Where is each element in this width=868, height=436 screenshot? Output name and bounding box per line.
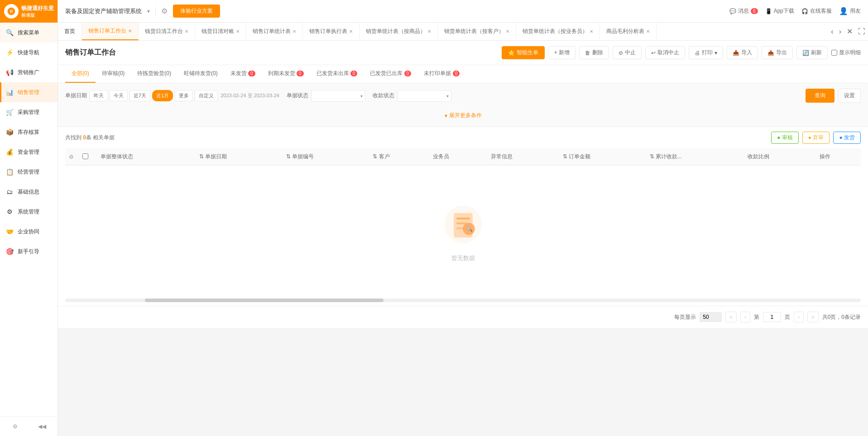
export-btn[interactable]: 📤 导出 — [762, 46, 793, 59]
sidebar-item-operation[interactable]: 📋 经营管理 — [0, 162, 58, 182]
logo-text: 畅捷通好生意 标准版 — [21, 5, 54, 19]
filter-settings-btn[interactable]: 设置 — [838, 89, 861, 103]
tab-cash-reconcile[interactable]: 钱货日清对账 ✕ — [195, 23, 246, 40]
sub-tab-pending-review[interactable]: 待审核(0) — [96, 65, 131, 83]
sidebar-item-purchase[interactable]: 🛒 采购管理 — [0, 102, 58, 122]
filter-status-select[interactable] — [311, 90, 365, 102]
smart-generate-btn[interactable]: ⭐ 智能生单 — [502, 46, 545, 59]
app-download-btn[interactable]: 📱 App下载 — [765, 7, 794, 15]
tab-close-goods-stat-product[interactable]: ✕ — [427, 29, 431, 34]
sidebar-item-marketing[interactable]: 📢 营销推广 — [0, 62, 58, 82]
show-detail-checkbox[interactable]: 显示明细 — [831, 49, 861, 57]
col-number-sort-icon[interactable]: ⇅ — [286, 153, 291, 160]
refresh-btn[interactable]: 🔄 刷新 — [796, 46, 828, 59]
sub-tab-pending-check[interactable]: 待拣货验货(0) — [131, 65, 177, 83]
stop-btn[interactable]: ⊘ 中止 — [613, 46, 642, 59]
col-collected-sort-icon[interactable]: ⇅ — [650, 153, 654, 160]
sidebar-item-guide[interactable]: 🎯 新手引导 — [0, 242, 58, 261]
trial-btn[interactable]: 体验行业方案 — [173, 5, 220, 18]
sub-tab-overdue-ship[interactable]: 到期未发货 0 — [262, 65, 310, 83]
tab-goods-stat-customer[interactable]: 销货单统计表（按客户） ✕ — [438, 23, 516, 40]
next-page-btn[interactable]: › — [794, 312, 804, 322]
tab-goods-margin[interactable]: 商品毛利分析表 ✕ — [600, 23, 657, 40]
user-btn[interactable]: 👤 用友 — [839, 7, 861, 15]
tabs-close-all-btn[interactable]: ✕ — [844, 24, 855, 39]
sub-tab-all[interactable]: 全部(0) — [65, 65, 96, 83]
settings-bottom-btn[interactable]: ⚙ — [4, 421, 27, 432]
tab-close-cash-daily[interactable]: ✕ — [185, 29, 188, 34]
filter-today-btn[interactable]: 今天 — [110, 90, 128, 101]
col-date-sort-icon[interactable]: ⇅ — [199, 153, 204, 160]
delete-btn[interactable]: 🗑 删除 — [579, 46, 609, 59]
sidebar-item-inventory[interactable]: 📦 库存核算 — [0, 122, 58, 142]
tab-close-sales-order[interactable]: ✕ — [128, 28, 132, 33]
sub-tab-not-shipped[interactable]: 未发货 0 — [224, 65, 262, 83]
tab-goods-stat-staff[interactable]: 销货单统计表（按业务员） ✕ — [516, 23, 600, 40]
tabs-next-btn[interactable]: › — [836, 24, 844, 39]
bulk-ship-btn[interactable]: ● 发货 — [833, 132, 861, 144]
main-area: 装备及固定资产辅助管理系统 ▾ ⚙ 体验行业方案 💬 消息 6 📱 App下载 … — [58, 0, 868, 436]
col-amount-sort-icon[interactable]: ⇅ — [563, 153, 567, 160]
settings-col-icon[interactable]: ⚙ — [69, 154, 74, 160]
tab-sales-stat[interactable]: 销售订单统计表 ✕ — [246, 23, 303, 40]
topbar-dropdown-icon[interactable]: ▾ — [147, 8, 150, 14]
svg-rect-4 — [456, 227, 464, 229]
horizontal-scrollbar[interactable] — [65, 299, 861, 302]
add-btn[interactable]: + 新增 — [548, 46, 575, 59]
filter-1month-btn[interactable]: 近1月 — [152, 90, 173, 101]
sidebar-item-system[interactable]: ⚙ 系统管理 — [0, 202, 58, 222]
collapse-btn[interactable]: ◀◀ — [31, 421, 54, 432]
sidebar-item-finance[interactable]: 💰 资金管理 — [0, 142, 58, 162]
scroll-thumb[interactable] — [145, 299, 384, 302]
tab-close-goods-margin[interactable]: ✕ — [646, 29, 650, 34]
tabs-prev-btn[interactable]: ‹ — [828, 24, 836, 39]
tab-label-cash-reconcile: 钱货日清对账 — [201, 28, 234, 35]
tab-close-sales-stat[interactable]: ✕ — [293, 29, 296, 34]
filter-yesterday-btn[interactable]: 昨天 — [90, 90, 108, 101]
expand-filter-btn[interactable]: ▾ 展开更多条件 — [65, 110, 861, 121]
tab-cash-daily[interactable]: 钱货日清工作台 ✕ — [139, 23, 195, 40]
filter-7days-btn[interactable]: 近7天 — [129, 90, 150, 101]
prev-page-btn[interactable]: ‹ — [740, 312, 750, 322]
sub-tab-wangpu-ship[interactable]: 旺铺待发货(0) — [177, 65, 224, 83]
tab-home[interactable]: 首页 — [58, 23, 82, 40]
col-customer-sort-icon[interactable]: ⇅ — [373, 153, 377, 160]
tabs-fullscreen-btn[interactable]: ⛶ — [855, 24, 868, 39]
sidebar-nav: 🔍 搜索菜单 ⚡ 快捷导航 📢 营销推广 📊 销售管理 🛒 采购管理 📦 库存核… — [0, 23, 58, 417]
sidebar-item-search[interactable]: 🔍 搜索菜单 — [0, 23, 58, 43]
sidebar-item-sales[interactable]: 📊 销售管理 — [0, 82, 58, 102]
filter-payment-select[interactable] — [397, 90, 451, 102]
tab-goods-stat-product[interactable]: 销货单统计表（按商品） ✕ — [360, 23, 438, 40]
bulk-cancel-review-btn[interactable]: ● 弃审 — [802, 132, 830, 144]
print-btn[interactable]: 🖨 打印 ▾ — [689, 46, 723, 59]
tab-close-goods-stat-staff[interactable]: ✕ — [590, 29, 593, 34]
filter-custom-btn[interactable]: 自定义 — [195, 90, 218, 101]
sub-tab-shipped-out[interactable]: 已发货已出库 0 — [364, 65, 417, 83]
last-page-btn[interactable]: » — [807, 312, 819, 322]
import-btn[interactable]: 📥 导入 — [727, 46, 758, 59]
cancel-stop-btn[interactable]: ↩ 取消中止 — [645, 46, 685, 59]
page-number-input[interactable] — [763, 312, 781, 322]
query-btn[interactable]: 查询 — [806, 89, 834, 103]
message-btn[interactable]: 💬 消息 6 — [729, 7, 758, 15]
folder-icon: 🗂 — [5, 187, 14, 196]
sub-tab-not-printed[interactable]: 未打印单据 0 — [417, 65, 466, 83]
sidebar-item-base[interactable]: 🗂 基础信息 — [0, 182, 58, 202]
sidebar-item-quick[interactable]: ⚡ 快捷导航 — [0, 43, 58, 62]
tab-close-cash-reconcile[interactable]: ✕ — [236, 29, 240, 34]
bulk-review-btn[interactable]: ● 审核 — [771, 132, 799, 144]
select-all-checkbox[interactable] — [82, 153, 88, 159]
tab-close-sales-exec[interactable]: ✕ — [349, 29, 353, 34]
sidebar-item-enterprise[interactable]: 🤝 企业协同 — [0, 222, 58, 242]
first-page-btn[interactable]: « — [725, 312, 737, 322]
show-detail-input[interactable] — [831, 50, 837, 56]
filter-more-btn[interactable]: 更多 — [175, 90, 193, 101]
sub-tab-shipped-not-out[interactable]: 已发货未出库 0 — [310, 65, 364, 83]
tab-close-goods-stat-customer[interactable]: ✕ — [506, 29, 509, 34]
app-download-label: App下载 — [774, 7, 794, 15]
tab-sales-order[interactable]: 销售订单工作台 ✕ — [82, 23, 139, 40]
settings-icon[interactable]: ⚙ — [161, 7, 168, 15]
online-service-btn[interactable]: 🎧 在线客服 — [801, 7, 832, 15]
page-size-select[interactable]: 50 20 100 — [700, 312, 722, 322]
tab-sales-exec[interactable]: 销售订单执行表 ✕ — [303, 23, 360, 40]
